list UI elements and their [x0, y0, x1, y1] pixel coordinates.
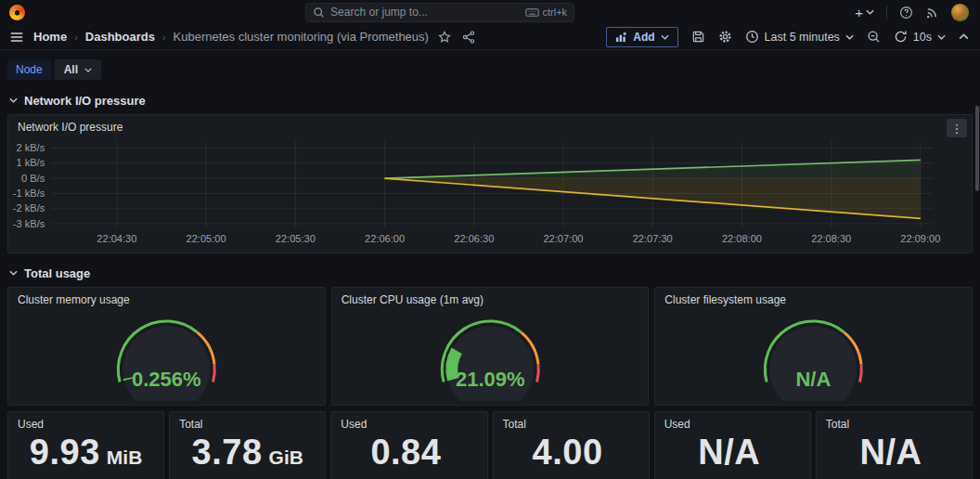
add-panel-icon	[615, 32, 627, 43]
section-title: Network I/O pressure	[24, 94, 146, 108]
refresh-interval-label: 10s	[913, 31, 932, 44]
chevron-down-icon	[866, 9, 874, 15]
breadcrumb-dashboards[interactable]: Dashboards	[85, 30, 155, 44]
share-icon[interactable]	[462, 31, 475, 44]
search-box[interactable]: ctrl+k	[305, 3, 574, 22]
star-icon[interactable]	[438, 31, 451, 44]
search-input[interactable]	[330, 6, 519, 19]
svg-text:22:04:30: 22:04:30	[97, 233, 136, 244]
section-total-usage[interactable]: Total usage	[9, 263, 973, 283]
svg-text:22:08:00: 22:08:00	[722, 233, 762, 244]
chevron-down-icon	[661, 34, 669, 40]
plus-icon: +	[855, 5, 863, 20]
scrollbar-thumb[interactable]	[975, 106, 979, 191]
stat-panel-fs-total: Total N/A	[816, 411, 973, 479]
svg-text:0.256%: 0.256%	[132, 368, 201, 391]
panel-title[interactable]: Used	[331, 412, 486, 433]
svg-text:0 B/s: 0 B/s	[21, 173, 45, 184]
panel-title[interactable]: Cluster filesystem usage	[655, 288, 972, 308]
stat-unit: GiB	[269, 447, 303, 469]
svg-text:-3 kB/s: -3 kB/s	[13, 218, 45, 229]
stat-value: 3.78	[192, 433, 263, 473]
network-io-chart[interactable]: 2 kB/s1 kB/s0 B/s-1 kB/s-2 kB/s-3 kB/s22…	[8, 136, 972, 247]
refresh-picker[interactable]: 10s	[894, 30, 946, 44]
user-avatar[interactable]	[951, 4, 969, 21]
clock-icon	[745, 30, 759, 44]
time-range-label: Last 5 minutes	[765, 31, 840, 44]
stat-value: 4.00	[533, 433, 603, 473]
gauge-panel-memory: Cluster memory usage 0.256%	[7, 287, 326, 406]
gauge-panel-cpu: Cluster CPU usage (1m avg) 21.09%	[331, 287, 650, 406]
kebab-icon[interactable]: ⋮	[947, 119, 967, 137]
chevron-up-icon[interactable]	[959, 33, 969, 40]
chevron-down-icon	[84, 68, 92, 72]
variable-node-label: Node	[7, 59, 51, 80]
news-icon[interactable]	[925, 6, 939, 19]
grafana-logo-icon[interactable]	[9, 5, 25, 20]
gauge-panel-filesystem: Cluster filesystem usage N/A	[654, 287, 973, 406]
stat-value: N/A	[859, 433, 922, 473]
svg-text:22:07:00: 22:07:00	[543, 233, 583, 244]
variable-node-value: All	[64, 63, 78, 76]
stat-value: 0.84	[370, 433, 441, 473]
chevron-down-icon	[9, 270, 18, 276]
panel-title[interactable]: Used	[8, 412, 163, 433]
filesystem-gauge: N/A	[655, 308, 972, 401]
variable-node-dropdown[interactable]: All	[55, 59, 101, 80]
stat-panel-memory-total: Total 3.78GiB	[169, 411, 326, 479]
chevron-down-icon	[937, 34, 946, 40]
breadcrumb-separator: ›	[162, 32, 166, 43]
stat-panel-cpu-total: Total 4.00	[493, 411, 650, 479]
svg-text:N/A: N/A	[796, 368, 832, 391]
svg-text:-1 kB/s: -1 kB/s	[13, 188, 45, 199]
stat-panel-memory-used: Used 9.93MiB	[7, 411, 164, 479]
svg-text:21.09%: 21.09%	[456, 368, 525, 391]
keyboard-shortcut: ctrl+k	[525, 6, 568, 18]
zoom-out-icon[interactable]	[867, 30, 881, 44]
breadcrumb-current: Kubernetes cluster monitoring (via Prome…	[174, 30, 429, 44]
cpu-gauge: 21.09%	[332, 308, 649, 401]
panel-title[interactable]: Network I/O pressure	[8, 115, 972, 136]
save-icon[interactable]	[691, 30, 705, 44]
svg-text:22:06:00: 22:06:00	[365, 233, 405, 244]
panel-title[interactable]: Cluster CPU usage (1m avg)	[332, 288, 649, 308]
new-menu-button[interactable]: +	[855, 5, 874, 20]
divider	[886, 6, 887, 19]
menu-icon[interactable]	[9, 30, 24, 45]
svg-text:22:09:00: 22:09:00	[900, 233, 940, 244]
section-title: Total usage	[24, 266, 90, 280]
panel-title[interactable]: Cluster memory usage	[8, 288, 325, 308]
svg-text:22:06:30: 22:06:30	[454, 233, 494, 244]
dashboard-canvas: Node All Network I/O pressure Network I/…	[0, 50, 980, 479]
help-icon[interactable]	[899, 6, 913, 19]
stat-value: N/A	[698, 433, 760, 473]
svg-text:22:08:30: 22:08:30	[811, 233, 851, 244]
keyboard-icon	[525, 7, 539, 18]
svg-text:-2 kB/s: -2 kB/s	[13, 202, 45, 214]
stat-panel-cpu-used: Used 0.84	[330, 411, 487, 479]
panel-title[interactable]: Used	[655, 412, 810, 433]
breadcrumb-home[interactable]: Home	[33, 30, 67, 44]
time-range-picker[interactable]: Last 5 minutes	[745, 30, 854, 44]
settings-icon[interactable]	[718, 30, 732, 44]
chevron-down-icon	[9, 97, 18, 103]
svg-text:22:05:30: 22:05:30	[276, 233, 316, 244]
svg-text:2 kB/s: 2 kB/s	[17, 142, 45, 153]
top-bar: ctrl+k +	[0, 0, 980, 24]
breadcrumb-separator: ›	[74, 32, 78, 43]
search-icon	[313, 6, 325, 19]
add-button[interactable]: Add	[606, 27, 677, 47]
refresh-icon	[894, 30, 908, 44]
network-io-panel: Network I/O pressure ⋮ 2 kB/s1 kB/s0 B/s…	[7, 114, 973, 253]
svg-text:1 kB/s: 1 kB/s	[17, 157, 45, 168]
svg-text:22:05:00: 22:05:00	[187, 233, 226, 244]
stat-value: 9.93	[30, 433, 100, 473]
nav-toolbar-row: Home › Dashboards › Kubernetes cluster m…	[0, 24, 980, 50]
section-network-io[interactable]: Network I/O pressure	[9, 90, 973, 110]
add-button-label: Add	[633, 31, 654, 44]
memory-gauge: 0.256%	[8, 308, 325, 401]
panel-title[interactable]: Total	[494, 412, 649, 433]
stat-panel-fs-used: Used N/A	[654, 411, 811, 479]
panel-title[interactable]: Total	[817, 412, 972, 433]
panel-title[interactable]: Total	[170, 412, 325, 433]
